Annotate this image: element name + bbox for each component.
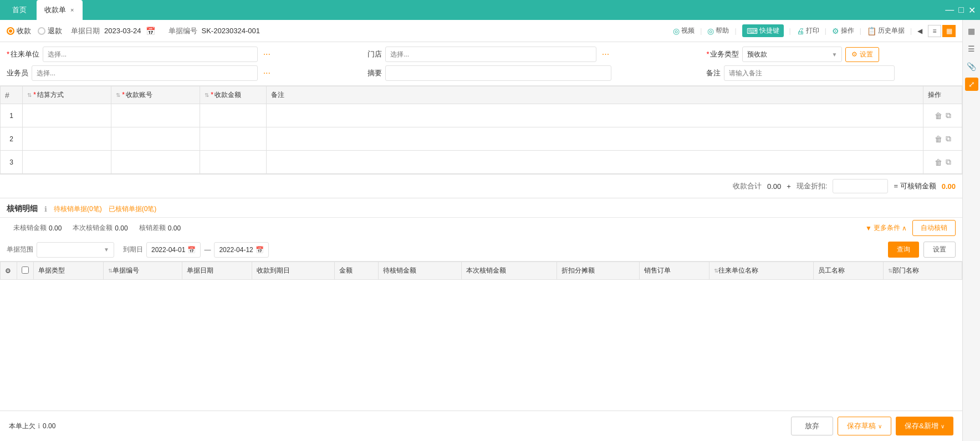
biz-type-select[interactable]: 预收款 ▼ — [742, 47, 842, 62]
more-conditions-label: 更多条件 — [874, 223, 900, 233]
nav-prev-btn[interactable]: ◀ — [917, 27, 922, 35]
detail-section: 核销明细 ℹ 待核销单据(0笔) 已核销单据(0笔) 未核销金额 0.00 本次… — [0, 198, 962, 411]
save-new-button[interactable]: 保存&新增 ∨ — [896, 417, 953, 435]
bottom-bar: 本单上欠 ℹ 0.00 放弃 保存草稿 ∨ 保存&新增 ∨ — [0, 411, 962, 441]
shop-input[interactable] — [385, 47, 596, 62]
row2-amount-input[interactable] — [200, 127, 266, 150]
row3-account-input[interactable] — [111, 151, 200, 173]
window-min-icon[interactable]: — — [945, 5, 954, 15]
row3-remark-input[interactable] — [267, 151, 923, 173]
date-to-picker[interactable]: 2022-04-12 📅 — [214, 242, 268, 258]
row1-account-input[interactable] — [111, 104, 200, 127]
th-order: 销售订单 — [640, 262, 710, 280]
row1-amount[interactable] — [200, 104, 267, 127]
row1-account[interactable] — [111, 104, 200, 127]
query-button[interactable]: 查询 — [888, 242, 919, 258]
window-close-icon[interactable]: ✕ — [968, 5, 976, 16]
radio-refund[interactable]: 退款 — [38, 26, 62, 36]
discount-input[interactable] — [833, 179, 888, 193]
shop-more-icon[interactable]: ··· — [600, 49, 611, 59]
this-doc-info-icon[interactable]: ℹ — [38, 422, 40, 430]
row2-remark-input[interactable] — [267, 127, 923, 150]
abandon-button[interactable]: 放弃 — [791, 417, 833, 435]
video-btn[interactable]: ◎ 视频 — [673, 26, 695, 35]
sidebar-table-icon[interactable]: ▦ — [965, 24, 978, 38]
history-btn[interactable]: 📋 历史单据 — [867, 26, 905, 35]
biz-type-chevron-icon: ▼ — [832, 52, 838, 58]
doc-range-select[interactable]: ▼ — [37, 242, 114, 258]
row2-settle[interactable] — [23, 127, 111, 151]
done-tab-link[interactable]: 已核销单据(0笔) — [109, 204, 157, 214]
layout-list-btn[interactable]: ≡ — [928, 25, 941, 37]
staff-more-icon[interactable]: ··· — [261, 68, 273, 78]
more-conditions-btn[interactable]: ▼ 更多条件 ∧ — [865, 223, 907, 233]
staff-input[interactable] — [32, 65, 258, 81]
video-icon: ◎ — [673, 27, 680, 35]
sidebar-list-icon[interactable]: ☰ — [965, 42, 978, 55]
row3-amount-input[interactable] — [200, 151, 266, 173]
help-btn[interactable]: ◎ 帮助 — [707, 26, 729, 35]
pending-tab-link[interactable]: 待核销单据(0笔) — [54, 204, 102, 214]
row1-copy-icon[interactable]: ⧉ — [946, 111, 951, 120]
date-range: 2022-04-01 📅 — 2022-04-12 📅 — [146, 242, 269, 258]
detail-info-icon[interactable]: ℹ — [44, 205, 47, 213]
tab-close-icon[interactable]: × — [69, 6, 75, 14]
date-from-picker[interactable]: 2022-04-01 📅 — [146, 242, 201, 258]
row3-amount[interactable] — [200, 151, 267, 174]
tab-receipt-label: 收款单 — [44, 5, 66, 15]
row2-account-input[interactable] — [111, 127, 200, 150]
result-value: 0.00 — [942, 182, 956, 191]
doc-range-chevron-icon: ▼ — [104, 247, 109, 253]
tab-receipt[interactable]: 收款单 × — [37, 0, 83, 20]
sidebar-expand-icon[interactable]: ⤢ — [965, 78, 978, 91]
row2-copy-icon[interactable]: ⧉ — [946, 134, 951, 143]
row1-delete-icon[interactable]: 🗑 — [935, 111, 942, 120]
row3-copy-icon[interactable]: ⧉ — [946, 157, 951, 167]
sep2: | — [734, 27, 736, 35]
row3-account[interactable] — [111, 151, 200, 174]
row3-delete-icon[interactable]: 🗑 — [935, 158, 942, 167]
bottom-table: ⚙ 单据类型 ⇅单据编号 单据日期 收款到期日 金额 待核销金额 本 — [0, 261, 962, 280]
doc-date-value: 2023-03-24 — [104, 27, 141, 35]
row2-settle-input[interactable] — [23, 127, 111, 150]
filter-setting-button[interactable]: 设置 — [923, 242, 956, 258]
setting-button[interactable]: ⚙ 设置 — [845, 47, 879, 62]
row2-account[interactable] — [111, 127, 200, 151]
th-gear-bottom[interactable]: ⚙ — [1, 262, 17, 280]
window-max-icon[interactable]: □ — [958, 5, 964, 15]
layout-card-btn[interactable]: ▦ — [942, 25, 956, 37]
row2-delete-icon[interactable]: 🗑 — [935, 135, 942, 143]
th-remark: 备注 — [267, 86, 923, 104]
save-draft-button[interactable]: 保存草稿 ∨ — [838, 417, 891, 435]
action-btn[interactable]: ⚙ 操作 — [832, 26, 854, 35]
partner-input[interactable] — [43, 47, 258, 62]
summary-input[interactable] — [385, 65, 611, 81]
row3-remark[interactable] — [267, 151, 923, 174]
total-label: 收款合计 — [733, 181, 762, 191]
select-all-checkbox[interactable] — [22, 266, 29, 274]
auto-write-button[interactable]: 自动核销 — [912, 220, 956, 236]
sidebar-attach-icon[interactable]: 📎 — [965, 60, 978, 73]
th-gear[interactable]: # — [1, 86, 23, 104]
layout-icons: ≡ ▦ — [928, 25, 956, 37]
radio-receipt[interactable]: 收款 — [7, 26, 31, 36]
row1-remark[interactable] — [267, 104, 923, 127]
row2-amount[interactable] — [200, 127, 267, 151]
print-btn[interactable]: 🖨 打印 — [797, 26, 819, 35]
shortcut-btn[interactable]: ⌨ 快捷键 — [742, 24, 784, 37]
row1-amount-input[interactable] — [200, 104, 266, 127]
row1-remark-input[interactable] — [267, 104, 923, 127]
bottom-table-container[interactable]: ⚙ 单据类型 ⇅单据编号 单据日期 收款到期日 金额 待核销金额 本 — [0, 261, 962, 411]
partner-more-icon[interactable]: ··· — [261, 49, 273, 59]
diff-stat: 核销差额 0.00 — [139, 223, 181, 233]
remark-input[interactable] — [724, 65, 895, 81]
row3-settle[interactable] — [23, 151, 111, 174]
calendar-icon[interactable]: 📅 — [146, 27, 155, 35]
row2-remark[interactable] — [267, 127, 923, 151]
row3-settle-input[interactable] — [23, 151, 111, 173]
row1-settle-input[interactable] — [23, 104, 111, 127]
row1-num: 1 — [1, 104, 23, 127]
row1-settle[interactable] — [23, 104, 111, 127]
tab-home[interactable]: 首页 — [4, 0, 34, 20]
th-date: 单据日期 — [182, 262, 252, 280]
